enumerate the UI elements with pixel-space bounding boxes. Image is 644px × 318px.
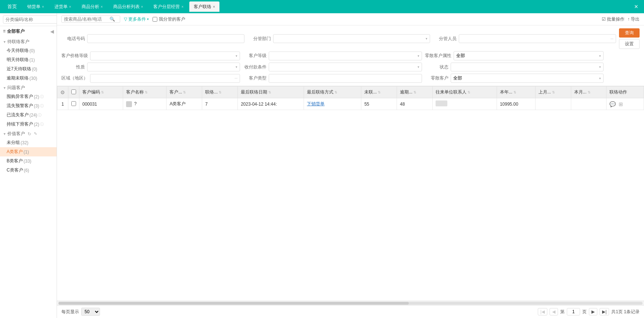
nav-tab-salesorder[interactable]: 销货单 × (23, 1, 49, 12)
sidebar-item-unclassified[interactable]: 未分组(32) (0, 138, 57, 147)
nav-tab-customerseg[interactable]: 客户分层经营 × (149, 1, 188, 12)
nav-tab-productanalysislist[interactable]: 商品分析列表 × (109, 1, 148, 12)
last-page-button[interactable]: ▶| (600, 308, 609, 315)
close-icon[interactable]: × (141, 5, 143, 9)
window-close-button[interactable]: × (631, 3, 641, 11)
sort-icon[interactable]: ⇅ (588, 91, 591, 94)
close-icon[interactable]: × (213, 5, 215, 9)
sort-icon[interactable]: ⇅ (414, 91, 416, 94)
filter-pricelevel-select[interactable]: ▾ (90, 52, 240, 60)
sidebar-group-problem[interactable]: ▼ 问题客户 (0, 83, 57, 92)
sidebar-item-declining[interactable]: 持续下滑客户(2) ⓘ (0, 120, 57, 129)
filter-dept-select[interactable]: ▾ (273, 34, 430, 43)
chevron-down-icon: ▾ (426, 37, 427, 40)
first-page-button[interactable]: |◀ (538, 308, 547, 315)
nav-tab-customercontact[interactable]: 客户联络 × (189, 1, 219, 12)
nav-home[interactable]: 首页 (3, 3, 21, 10)
sidebar-item-today[interactable]: 今天待联络(0) (0, 46, 57, 55)
table-settings-button[interactable]: ⚙ (60, 89, 65, 95)
sidebar-item-c-class[interactable]: C类客户(6) (0, 166, 57, 175)
filter-retailcustomer-select[interactable]: 全部 ▾ (451, 74, 604, 83)
batch-operation-btn[interactable]: ☑ 批量操作 (602, 16, 625, 22)
filter-region-input[interactable]: ··· (90, 74, 240, 83)
filter-search-input[interactable] (64, 17, 108, 22)
export-btn[interactable]: ↑ 导出 (627, 16, 640, 22)
th-action: 联络动作 (607, 86, 644, 98)
page-number-input[interactable] (567, 308, 580, 315)
grid-icon: ⠿ (3, 29, 6, 33)
chevron-down-icon: ▾ (147, 17, 149, 21)
sidebar-item-abnormal[interactable]: 囤购异常客户(2) ⓘ (0, 92, 57, 101)
nav-tab-productanalysis[interactable]: 商品分析 × (77, 1, 107, 12)
sidebar-item-overdue[interactable]: 逾期未联络(30) (0, 74, 57, 83)
filter-phone-input[interactable] (87, 34, 244, 43)
filter-payment: 收付款条件 ▾ (243, 63, 422, 71)
filter-label-dept: 分管部门 (247, 36, 273, 42)
sort-icon[interactable]: ⇅ (334, 91, 337, 94)
close-icon[interactable]: × (69, 5, 71, 9)
sidebar-item-a-class[interactable]: A类客户(1) (0, 147, 57, 156)
sidebar-item-lost[interactable]: 已流失客户(24) ⓘ (0, 110, 57, 120)
edit-icon[interactable]: ✎ (34, 131, 37, 136)
sidebar-item-tomorrow[interactable]: 明天待联络(1) (0, 55, 57, 64)
chevron-down-icon: ▾ (236, 54, 237, 58)
filter-search-icon[interactable]: 🔍 (110, 17, 115, 22)
select-all-checkbox[interactable] (71, 89, 76, 94)
collapse-icon[interactable]: ◀ (50, 29, 54, 34)
grid-icon[interactable]: ⊞ (619, 101, 623, 107)
next-page-button[interactable]: ▶ (589, 308, 597, 315)
close-icon[interactable]: × (42, 5, 44, 9)
sort-icon[interactable]: ⇅ (183, 91, 186, 94)
th-lastdate: 最后联络日期 ⇅ (238, 86, 304, 98)
sidebar-item-7days[interactable]: 近7天待联络(0) (0, 64, 57, 74)
sort-icon[interactable]: ⇅ (514, 91, 516, 94)
sort-icon[interactable]: ⇅ (145, 91, 148, 94)
filter-my-customer[interactable]: 我分管的客户 (153, 16, 185, 22)
horizontal-scrollbar[interactable] (57, 301, 644, 305)
filter-label-retailcustomer: 零散客户 (425, 75, 451, 81)
query-button[interactable]: 查询 (619, 28, 640, 38)
row-lastdate: 2023-04-12 14:44: (238, 98, 304, 110)
sidebar-item-lostwarn[interactable]: 流失预警客户(3) ⓘ (0, 101, 57, 110)
filter-nature-select[interactable]: ▾ (87, 63, 240, 71)
filter-retailattr: 零散客户属性 全部 ▾ (425, 51, 604, 60)
th-person: 往来单位联系人 ⇅ (432, 86, 497, 98)
scrollbar-thumb[interactable] (58, 302, 409, 305)
action-icons: 💬 ⊞ (609, 101, 641, 107)
sort-icon[interactable]: ⇅ (219, 91, 222, 94)
th-code: 客户编码 ⇅ (79, 86, 123, 98)
row-thisyear: 10995.00 (497, 98, 535, 110)
sort-icon[interactable]: ⇅ (552, 91, 555, 94)
filter-manager-input[interactable]: ··· (459, 34, 616, 43)
chat-icon[interactable]: 💬 (609, 101, 616, 107)
th-overdue: 逾期... ⇅ (397, 86, 433, 98)
sidebar-group-pending[interactable]: ▼ 待联络客户 (0, 37, 57, 46)
sort-icon[interactable]: ⇅ (468, 91, 471, 94)
prev-page-button[interactable]: ◀ (550, 308, 558, 315)
filter-customertype-input[interactable] (269, 74, 422, 83)
close-icon[interactable]: × (101, 5, 103, 9)
sidebar-all-customers[interactable]: ⠿ 全部客户 ◀ (0, 26, 57, 37)
sidebar-search-input[interactable] (3, 15, 57, 24)
close-icon[interactable]: × (181, 5, 183, 9)
batch-icon: ☑ (602, 17, 606, 22)
filter-customerlevel-select[interactable]: ▾ (269, 52, 422, 60)
sidebar-group-value[interactable]: ▼ 价值客户 ↻ ✎ (0, 129, 57, 138)
my-customer-checkbox[interactable] (153, 17, 157, 22)
row-checkbox[interactable] (71, 101, 76, 106)
sort-icon[interactable]: ⇅ (378, 91, 381, 94)
settings-button[interactable]: 设置 (619, 39, 640, 49)
filter-status-select[interactable]: ▾ (451, 63, 604, 71)
sidebar-search-area: 🔍 (0, 13, 57, 26)
footer-pagination: |◀ ◀ 第 页 ▶ ▶| 共1页 1条记录 (538, 308, 640, 315)
sidebar-item-b-class[interactable]: B类客户(33) (0, 156, 57, 166)
nav-tab-purchaseorder[interactable]: 进货单 × (50, 1, 76, 12)
sort-icon[interactable]: ⇅ (268, 91, 271, 94)
filter-payment-select[interactable]: ▾ (269, 63, 422, 71)
page-size-select[interactable]: 50 100 200 (81, 308, 100, 316)
refresh-icon[interactable]: ↻ (28, 131, 31, 137)
filter-retailattr-select[interactable]: 全部 ▾ (454, 51, 604, 60)
sort-icon[interactable]: ⇅ (101, 91, 104, 94)
filter-more-btn[interactable]: ▽ 更多条件 ▾ (124, 16, 149, 22)
th-uncontact: 未联... ⇅ (361, 86, 397, 98)
